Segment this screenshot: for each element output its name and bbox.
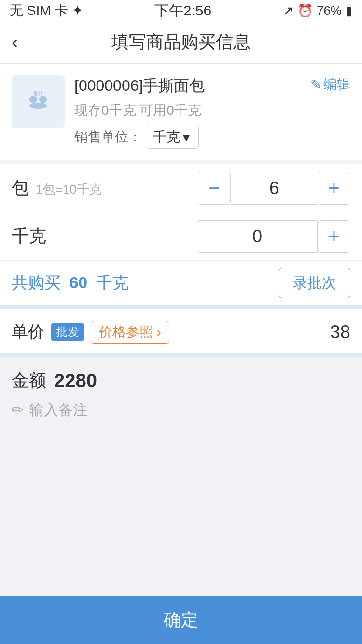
confirm-button[interactable]: 确定 — [0, 596, 362, 644]
total-prefix: 共购买 — [12, 273, 61, 292]
bao-plus-button[interactable]: + — [318, 172, 350, 205]
battery-icon: ▮ — [346, 3, 352, 18]
bottom-filler — [0, 430, 362, 584]
location-icon: ↗ — [283, 3, 293, 18]
svg-point-2 — [29, 103, 47, 109]
page-title: 填写商品购买信息 — [111, 30, 251, 54]
bao-quantity-row: 包 1包=10千克 − + — [0, 164, 362, 212]
svg-point-0 — [29, 96, 37, 103]
bao-quantity-controls: − + — [198, 172, 350, 205]
dropdown-icon: ▾ — [183, 129, 190, 145]
product-unit-row: 销售单位： 千克 ▾ — [74, 126, 350, 149]
bao-conversion: 1包=10千克 — [36, 181, 102, 198]
bao-minus-button[interactable]: − — [198, 172, 231, 205]
price-ref-button[interactable]: 价格参照 › — [91, 321, 169, 344]
svg-point-1 — [39, 96, 47, 103]
status-right: ↗ ⏰ 76% ▮ — [283, 3, 352, 18]
kg-quantity-row: 千克 + — [0, 212, 362, 261]
edit-label: 编辑 — [323, 75, 350, 94]
unit-value: 千克 — [153, 128, 180, 146]
kg-label-group: 千克 — [12, 224, 197, 248]
kg-unit-label: 千克 — [12, 224, 46, 248]
product-name: [0000006]手撕面包 — [74, 75, 310, 97]
price-value: 38 — [330, 322, 350, 343]
total-unit: 千克 — [96, 273, 129, 292]
product-stock: 现存0千克 可用0千克 — [74, 101, 350, 120]
bao-label-group: 包 1包=10千克 — [12, 176, 198, 200]
price-badge: 批发 — [51, 323, 84, 341]
unit-label: 销售单位： — [74, 128, 142, 146]
product-name-row: [0000006]手撕面包 ✎ 编辑 — [74, 75, 350, 97]
total-text: 共购买 60 千克 — [12, 272, 129, 294]
status-time: 下午2:56 — [154, 1, 211, 21]
price-section: 单价 批发 价格参照 › 38 — [0, 309, 362, 357]
bao-unit-label: 包 — [12, 176, 29, 200]
amount-value: 2280 — [54, 370, 97, 392]
unit-select[interactable]: 千克 ▾ — [148, 126, 199, 149]
kg-quantity-input[interactable] — [197, 220, 318, 253]
nav-bar: ‹ 填写商品购买信息 — [0, 21, 362, 64]
product-logo-icon: 智计 — [24, 87, 53, 116]
remark-row[interactable]: ✏ 输入备注 — [12, 400, 350, 420]
amount-row: 金额 2280 — [12, 369, 350, 392]
product-image: 智计 — [12, 75, 65, 128]
status-bar: 无 SIM 卡 ✦ 下午2:56 ↗ ⏰ 76% ▮ — [0, 0, 362, 21]
kg-quantity-controls: + — [197, 220, 350, 253]
price-left: 单价 批发 价格参照 › — [12, 321, 169, 344]
product-info: [0000006]手撕面包 ✎ 编辑 现存0千克 可用0千克 销售单位： 千克 … — [74, 75, 350, 149]
svg-text:智计: 智计 — [33, 91, 43, 96]
amount-section: 金额 2280 ✏ 输入备注 — [0, 357, 362, 430]
price-label: 单价 — [12, 321, 44, 343]
batch-button[interactable]: 录批次 — [279, 268, 350, 298]
price-row: 单价 批发 价格参照 › 38 — [12, 321, 350, 344]
battery-level: 76% — [317, 3, 342, 18]
kg-plus-button[interactable]: + — [318, 220, 350, 253]
sim-status: 无 SIM 卡 ✦ — [10, 1, 83, 20]
remark-placeholder: 输入备注 — [29, 400, 87, 420]
bao-quantity-input[interactable] — [231, 172, 318, 205]
edit-button[interactable]: ✎ 编辑 — [310, 75, 350, 94]
status-left: 无 SIM 卡 ✦ — [10, 1, 83, 20]
total-amount: 60 — [69, 273, 87, 292]
alarm-icon: ⏰ — [297, 3, 313, 18]
back-button[interactable]: ‹ — [12, 31, 18, 53]
amount-label: 金额 — [12, 369, 46, 392]
pencil-icon: ✏ — [12, 402, 24, 419]
edit-icon: ✎ — [310, 77, 321, 93]
total-row: 共购买 60 千克 录批次 — [0, 261, 362, 309]
product-card: 智计 [0000006]手撕面包 ✎ 编辑 现存0千克 可用0千克 销售单位： … — [0, 64, 362, 164]
